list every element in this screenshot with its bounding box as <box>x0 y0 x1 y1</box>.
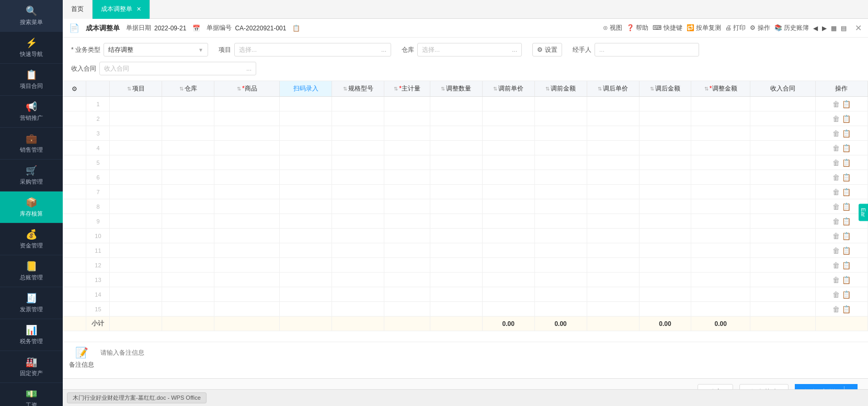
sidebar-item-quick-nav[interactable]: ⚡ 快速导航 <box>0 32 63 64</box>
row-spec[interactable] <box>332 97 384 111</box>
col-warehouse[interactable]: 仓库 <box>162 81 214 97</box>
row-scan[interactable] <box>280 302 332 317</box>
row-scan[interactable] <box>280 199 332 214</box>
row-delete-icon[interactable]: 🗑 <box>832 100 840 108</box>
row-qty[interactable] <box>430 111 482 126</box>
row-unit[interactable] <box>384 111 430 126</box>
row-after-price[interactable] <box>587 185 639 199</box>
row-before-amount[interactable] <box>534 258 587 273</box>
col-qty[interactable]: 调整数量 <box>430 81 482 97</box>
row-before-price[interactable] <box>482 214 534 229</box>
col-adjust-amount[interactable]: *调整金额 <box>691 81 750 97</box>
sidebar-item-search[interactable]: 🔍 搜索菜单 <box>0 0 63 32</box>
row-adjust-amount[interactable] <box>691 229 750 243</box>
row-delete-icon[interactable]: 🗑 <box>832 305 840 313</box>
row-scan[interactable] <box>280 170 332 185</box>
row-unit[interactable] <box>384 141 430 155</box>
row-after-amount[interactable] <box>639 199 691 214</box>
handler-input[interactable]: ... <box>595 43 699 57</box>
row-delete-icon[interactable]: 🗑 <box>832 261 840 269</box>
row-before-amount[interactable] <box>534 214 587 229</box>
row-copy-icon[interactable]: 📋 <box>842 173 851 182</box>
row-income-contract[interactable] <box>750 111 815 126</box>
row-adjust-amount[interactable] <box>691 185 750 199</box>
col-before-price[interactable]: 调前单价 <box>482 81 534 97</box>
sidebar-item-inventory[interactable]: 📦 库存核算 <box>0 191 63 223</box>
row-income-contract[interactable] <box>750 126 815 141</box>
row-adjust-amount[interactable] <box>691 302 750 317</box>
row-copy-icon[interactable]: 📋 <box>842 159 851 167</box>
row-before-price[interactable] <box>482 185 534 199</box>
row-project[interactable] <box>110 229 162 243</box>
row-warehouse[interactable] <box>162 243 214 258</box>
row-after-price[interactable] <box>587 243 639 258</box>
row-scan[interactable] <box>280 155 332 170</box>
row-before-price[interactable] <box>482 126 534 141</box>
row-warehouse[interactable] <box>162 141 214 155</box>
row-after-price[interactable] <box>587 111 639 126</box>
row-warehouse[interactable] <box>162 229 214 243</box>
row-income-contract[interactable] <box>750 185 815 199</box>
nav-prev-icon[interactable]: ◀ <box>813 25 818 32</box>
row-before-price[interactable] <box>482 229 534 243</box>
row-product[interactable] <box>214 170 280 185</box>
col-spec[interactable]: 规格型号 <box>332 81 384 97</box>
row-before-amount[interactable] <box>534 111 587 126</box>
row-product[interactable] <box>214 287 280 302</box>
row-warehouse[interactable] <box>162 273 214 287</box>
row-qty[interactable] <box>430 126 482 141</box>
row-before-amount[interactable] <box>534 170 587 185</box>
row-qty[interactable] <box>430 214 482 229</box>
row-before-price[interactable] <box>482 302 534 317</box>
row-warehouse[interactable] <box>162 302 214 317</box>
row-delete-icon[interactable]: 🗑 <box>832 246 840 255</box>
row-delete-icon[interactable]: 🗑 <box>832 129 840 138</box>
layout-icon1[interactable]: ▦ <box>831 25 837 32</box>
row-before-price[interactable] <box>482 273 534 287</box>
row-before-price[interactable] <box>482 155 534 170</box>
row-project[interactable] <box>110 302 162 317</box>
row-project[interactable] <box>110 185 162 199</box>
row-qty[interactable] <box>430 243 482 258</box>
row-project[interactable] <box>110 258 162 273</box>
row-product[interactable] <box>214 199 280 214</box>
row-after-price[interactable] <box>587 273 639 287</box>
row-adjust-amount[interactable] <box>691 155 750 170</box>
row-qty[interactable] <box>430 302 482 317</box>
row-copy-icon[interactable]: 📋 <box>842 202 851 211</box>
row-scan[interactable] <box>280 141 332 155</box>
row-before-price[interactable] <box>482 243 534 258</box>
sidebar-item-ledger[interactable]: 📒 总账管理 <box>0 255 63 287</box>
row-adjust-amount[interactable] <box>691 243 750 258</box>
row-adjust-amount[interactable] <box>691 273 750 287</box>
row-copy-icon[interactable]: 📋 <box>842 144 851 152</box>
row-project[interactable] <box>110 170 162 185</box>
row-product[interactable] <box>214 126 280 141</box>
row-income-contract[interactable] <box>750 273 815 287</box>
row-before-amount[interactable] <box>534 273 587 287</box>
row-project[interactable] <box>110 287 162 302</box>
row-before-amount[interactable] <box>534 141 587 155</box>
row-unit[interactable] <box>384 155 430 170</box>
row-qty[interactable] <box>430 97 482 111</box>
col-income-contract[interactable]: 收入合同 <box>750 81 815 97</box>
row-qty[interactable] <box>430 287 482 302</box>
row-product[interactable] <box>214 111 280 126</box>
row-qty[interactable] <box>430 199 482 214</box>
row-spec[interactable] <box>332 199 384 214</box>
row-before-amount[interactable] <box>534 97 587 111</box>
row-after-price[interactable] <box>587 155 639 170</box>
row-product[interactable] <box>214 141 280 155</box>
row-adjust-amount[interactable] <box>691 170 750 185</box>
sidebar-item-tax[interactable]: 📊 税务管理 <box>0 319 63 351</box>
copy-icon[interactable]: 📋 <box>292 25 300 32</box>
row-scan[interactable] <box>280 214 332 229</box>
row-copy-icon[interactable]: 📋 <box>842 261 851 269</box>
row-delete-icon[interactable]: 🗑 <box>832 115 840 123</box>
shortcut-action[interactable]: ⌨ 快捷键 <box>653 24 682 32</box>
row-project[interactable] <box>110 243 162 258</box>
settings-button[interactable]: ⚙ 设置 <box>532 43 562 57</box>
row-copy-icon[interactable]: 📋 <box>842 129 851 138</box>
row-unit[interactable] <box>384 97 430 111</box>
row-product[interactable] <box>214 258 280 273</box>
